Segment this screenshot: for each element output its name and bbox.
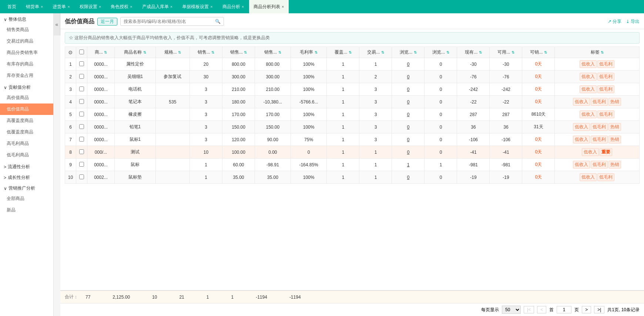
col11-value[interactable]: 0 [407,62,410,67]
col-checkbox[interactable] [76,47,87,58]
row-col11[interactable]: 0 [392,146,425,159]
select-all-checkbox[interactable] [79,50,84,54]
sidebar-item-in-stock[interactable]: 有库存的商品 [0,58,53,70]
row-checkbox[interactable] [76,133,87,146]
sidebar-item-high-margin[interactable]: 高毛利商品 [0,138,53,149]
nav-permissions[interactable]: 权限设置 × [75,0,105,13]
row-col9: 1 [327,171,359,184]
nav-home[interactable]: 首页 [3,0,21,13]
close-icon[interactable]: × [282,4,284,9]
row-select-checkbox[interactable] [79,149,84,154]
search-input[interactable] [124,19,214,24]
row-col11[interactable]: 0 [392,71,425,83]
sidebar-group-overall[interactable]: ∨ 整体信息 [0,13,53,24]
row-col11[interactable]: 0 [392,171,425,184]
row-select-checkbox[interactable] [79,74,84,79]
col11-value[interactable]: 0 [407,137,410,142]
sidebar-collapse-button[interactable]: « [54,13,60,35]
sidebar-item-low-coverage[interactable]: 低覆盖度商品 [0,126,53,138]
col11-value[interactable]: 0 [407,99,410,105]
row-tags: 低收入低毛利 [555,58,640,71]
last-page-button[interactable]: >| [594,306,604,313]
sidebar-item-high-coverage[interactable]: 高覆盖度商品 [0,115,53,126]
row-checkbox[interactable] [76,171,87,184]
search-icon[interactable]: 🔍 [215,19,221,24]
close-icon[interactable]: × [242,4,244,9]
col11-value[interactable]: 0 [407,74,410,79]
row-col11[interactable]: 0 [392,96,425,108]
tag-low-profit: 低毛利 [597,173,614,181]
close-icon[interactable]: × [210,4,212,9]
page-number-input[interactable] [557,306,571,313]
sidebar-item-low-margin[interactable]: 低毛利商品 [0,149,53,161]
row-checkbox[interactable] [76,121,87,133]
row-select-checkbox[interactable] [79,137,84,142]
row-col11[interactable]: 0 [392,133,425,146]
time-badge[interactable]: 近一月 [97,18,117,26]
prev-page-button[interactable]: < [537,306,546,313]
row-checkbox[interactable] [76,58,87,71]
col11-value[interactable]: 0 [407,175,410,180]
row-checkbox[interactable] [76,71,87,83]
close-icon[interactable]: × [41,4,43,9]
nav-products-in[interactable]: 产成品入库单 × [138,0,177,13]
row-select-checkbox[interactable] [79,61,84,66]
col11-value[interactable]: 0 [407,87,410,92]
sidebar-item-category-rate[interactable]: 商品分类销售率 [0,47,53,58]
share-button[interactable]: ↗ 分享 [608,18,621,25]
row-select-checkbox[interactable] [79,112,84,116]
sidebar-group-contribution[interactable]: ∨ 贡献值分析 [0,81,53,92]
row-col11[interactable]: 0 [392,121,425,133]
table-footer: 合计： 77 2,125.00 10 21 1 1 -1194 -1194 [60,290,644,303]
sidebar-item-sales-products[interactable]: 销售类商品 [0,24,53,35]
nav-templates[interactable]: 单据模板设置 × [178,0,217,13]
col-gear[interactable]: ⚙ [65,47,76,58]
col-stock: 现有... ⇅ [457,47,490,58]
sidebar-item-all-products[interactable]: 全部商品 [0,193,53,204]
nav-product-analysis[interactable]: 商品分析 × [218,0,248,13]
close-icon[interactable]: × [170,4,172,9]
sidebar-group-growth[interactable]: > 成长性分析 [0,171,53,182]
row-col11[interactable]: 0 [392,83,425,96]
row-checkbox[interactable] [76,146,87,159]
row-col11[interactable]: 0 [392,108,425,121]
close-icon[interactable]: × [130,4,132,9]
sidebar-item-low-value[interactable]: 低价值商品 [0,103,53,115]
close-icon[interactable]: × [99,4,101,9]
nav-roles[interactable]: 角色授权 × [106,0,137,13]
nav-purchase[interactable]: 进货单 × [48,0,74,13]
col11-value[interactable]: 1 [407,162,410,167]
col11-value[interactable]: 0 [407,112,410,117]
close-icon[interactable]: × [67,4,70,9]
row-col11[interactable]: 0 [392,58,425,71]
sidebar-item-high-value[interactable]: 高价值商品 [0,92,53,103]
nav-sales[interactable]: 销货单 × [21,0,47,13]
row-select-checkbox[interactable] [79,174,84,179]
sidebar-group-circulation[interactable]: > 流通性分析 [0,161,53,171]
row-select-checkbox[interactable] [79,124,84,129]
row-col10: 1 [359,58,392,71]
col11-value[interactable]: 0 [407,150,410,155]
first-page-button[interactable]: |< [524,306,534,313]
row-code: 0000... [87,71,115,83]
export-button[interactable]: ⤓ 导出 [626,18,640,25]
row-checkbox[interactable] [76,83,87,96]
row-select-checkbox[interactable] [79,86,84,91]
nav-product-analysis-list[interactable]: 商品分析列表 × [249,0,288,13]
row-select-checkbox[interactable] [79,99,84,104]
sidebar-group-marketing[interactable]: ∨ 营销推广分析 [0,182,53,193]
next-page-button[interactable]: > [582,306,591,313]
sidebar-item-new-products[interactable]: 新品 [0,204,53,216]
row-checkbox[interactable] [76,96,87,108]
search-box[interactable]: 🔍 [120,17,224,26]
table-row: 3 0000... 电话机 3 210.00 210.00 100% 1 3 0… [65,83,640,96]
row-checkbox[interactable] [76,108,87,121]
page-size-select[interactable]: 50 100 200 [502,306,521,314]
sidebar-item-stock-fund[interactable]: 库存资金占用 [0,70,53,81]
col11-value[interactable]: 0 [407,125,410,130]
row-select-checkbox[interactable] [79,162,84,167]
sidebar-item-traded[interactable]: 交易过的商品 [0,35,53,47]
row-col11[interactable]: 1 [392,159,425,171]
row-checkbox[interactable] [76,159,87,171]
pagination: 每页显示 50 100 200 |< < 首 页 > >| 共1页, 10条记录 [60,303,644,316]
